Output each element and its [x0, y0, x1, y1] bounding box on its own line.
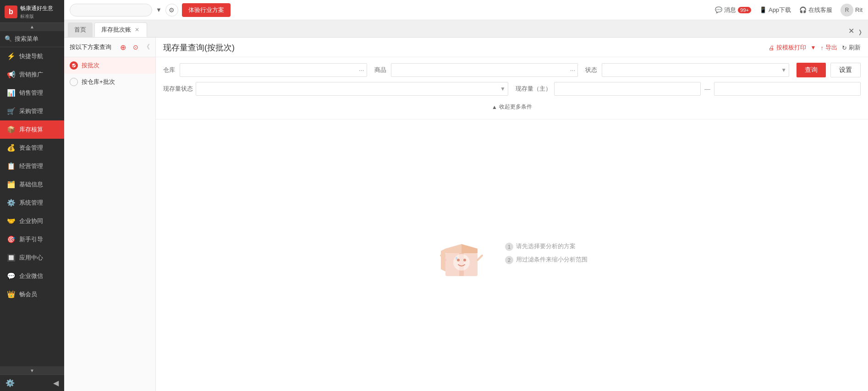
sidebar-item-appstore[interactable]: 🔲 应用中心 [0, 249, 64, 267]
manage-scheme-btn[interactable]: ⊙ [131, 42, 141, 52]
warehouse-dots[interactable]: ··· [359, 66, 364, 74]
refresh-icon: ↻ [842, 44, 847, 51]
page-title-bar: 现存量查询(按批次) 🖨 按模板打印 ▼ ↑ 导出 ↻ 刷新 [156, 38, 868, 57]
print-dropdown-btn[interactable]: ▼ [811, 44, 816, 51]
sidebar-item-inventory[interactable]: 📦 库存核算 [0, 120, 64, 139]
sidebar-item-system[interactable]: ⚙️ 系统管理 [0, 194, 64, 212]
scheme-item-by-warehouse-batch[interactable]: 按仓库+批次 [64, 74, 155, 90]
sidebar-item-wechat[interactable]: 💬 企业微信 [0, 267, 64, 285]
print-label: 按模板打印 [776, 43, 806, 52]
scheme-dot-active [70, 61, 78, 70]
refresh-label: 刷新 [849, 43, 861, 52]
add-scheme-btn[interactable]: ⊕ [118, 42, 128, 52]
filter-settings-btn[interactable]: 设置 [830, 63, 861, 77]
stock-qty-min[interactable] [554, 82, 701, 96]
sidebar-item-label: 应用中心 [19, 254, 43, 262]
logo-char: b [9, 8, 13, 16]
message-badge: 99+ [738, 7, 751, 13]
sidebar-scroll-up[interactable]: ▲ [0, 23, 64, 31]
tab-inventory-batch-close[interactable]: ✕ [134, 26, 140, 33]
svg-marker-2 [445, 244, 461, 253]
sidebar-item-label: 畅会员 [19, 290, 37, 299]
scheme-item-by-batch[interactable]: 按批次 [64, 57, 155, 74]
tip-num-1: 1 [505, 243, 513, 251]
sidebar-item-newuser[interactable]: 🎯 新手引导 [0, 230, 64, 249]
tabs-more-btn[interactable]: ❭ [856, 27, 864, 37]
svg-line-11 [478, 255, 482, 260]
sidebar-item-label: 基础信息 [19, 180, 43, 189]
tab-home[interactable]: 首页 [68, 22, 93, 37]
product-dots[interactable]: ··· [570, 66, 576, 74]
sidebar-item-label: 资金管理 [19, 144, 43, 152]
sidebar-search[interactable]: 🔍 搜索菜单 [0, 31, 64, 47]
stock-qty-max[interactable] [714, 82, 861, 96]
left-panel-header: 按以下方案查询 ⊕ ⊙ 《 [64, 38, 155, 57]
sidebar-item-label: 销售管理 [19, 89, 43, 97]
user-profile[interactable]: R Rit [841, 4, 863, 16]
stock-status-select-wrap: ▼ [196, 82, 508, 96]
svg-point-9 [456, 257, 457, 260]
purchase-icon: 🛒 [6, 107, 16, 116]
warehouse-input[interactable] [180, 63, 367, 77]
sidebar-footer: ⚙️ ◀ [0, 375, 64, 391]
status-select-wrap: 正常 禁用 ▼ [602, 63, 789, 77]
export-label: 导出 [825, 43, 837, 52]
refresh-btn[interactable]: ↻ 刷新 [842, 43, 861, 52]
sidebar-item-label: 营销推广 [19, 71, 43, 79]
sidebar-item-operations[interactable]: 📋 经营管理 [0, 157, 64, 175]
sidebar-item-purchase[interactable]: 🛒 采购管理 [0, 102, 64, 120]
sidebar-scroll-down[interactable]: ▼ [0, 366, 64, 375]
sidebar-item-shortcut[interactable]: ⚡ 快捷导航 [0, 47, 64, 65]
app-download-label: App下载 [769, 6, 791, 14]
sidebar-item-label: 系统管理 [19, 199, 43, 207]
message-action[interactable]: 💬 消息 99+ [715, 6, 751, 14]
query-btn[interactable]: 查询 [797, 63, 826, 77]
page-title: 现存量查询(按批次) [163, 42, 235, 53]
app-download-action[interactable]: 📱 App下载 [759, 6, 791, 14]
footer-settings-icon[interactable]: ⚙️ [5, 379, 15, 387]
sidebar-item-label: 经营管理 [19, 162, 43, 170]
sidebar-item-basic[interactable]: 🗂️ 基础信息 [0, 175, 64, 194]
collapse-left-panel-btn[interactable]: 《 [143, 42, 150, 52]
collapse-more-btn[interactable]: ▲ 收起更多条件 [163, 100, 861, 114]
print-btn[interactable]: 🖨 按模板打印 [769, 43, 806, 52]
print-icon: 🖨 [769, 44, 775, 51]
filter-row-1: 仓库 ··· 商品 ··· 状态 [163, 63, 861, 77]
sidebar-header: b 畅康通好生意 标准版 [0, 0, 64, 23]
status-select[interactable]: 正常 禁用 [602, 63, 789, 77]
sidebar-nav: ⚡ 快捷导航 📢 营销推广 📊 销售管理 🛒 采购管理 📦 库存核算 💰 资金管… [0, 47, 64, 366]
stock-status-select[interactable] [196, 82, 508, 96]
sidebar-item-sales[interactable]: 📊 销售管理 [0, 84, 64, 102]
wechat-icon: 💬 [6, 272, 16, 281]
tab-inventory-batch[interactable]: 库存批次账 ✕ [94, 22, 147, 37]
title-actions: 🖨 按模板打印 ▼ ↑ 导出 ↻ 刷新 [769, 43, 861, 52]
header-dropdown-btn[interactable]: ▼ [156, 6, 162, 13]
sidebar-item-finance[interactable]: 💰 资金管理 [0, 139, 64, 157]
footer-collapse-icon[interactable]: ◀ [53, 379, 59, 387]
stock-status-label: 现存量状态 [163, 85, 193, 93]
scheme-label-by-batch: 按批次 [82, 61, 99, 70]
close-panel-btn[interactable]: ✕ [846, 25, 856, 37]
online-service-action[interactable]: 🎧 在线客服 [799, 6, 832, 14]
inventory-icon: 📦 [6, 125, 16, 134]
sidebar-item-marketing[interactable]: 📢 营销推广 [0, 65, 64, 84]
operations-icon: 📋 [6, 162, 16, 171]
status-label: 状态 [585, 66, 599, 74]
experience-btn[interactable]: 体验行业方案 [182, 3, 231, 17]
header-settings-btn[interactable]: ⚙ [165, 4, 178, 16]
tip-text-1: 请先选择要分析的方案 [516, 242, 576, 250]
warehouse-label: 仓库 [163, 66, 177, 74]
product-input[interactable] [391, 63, 578, 77]
sidebar-item-enterprise[interactable]: 🤝 企业协同 [0, 212, 64, 230]
sidebar-search-label: 搜索菜单 [15, 35, 38, 43]
export-icon: ↑ [821, 44, 824, 51]
header-search-input[interactable] [70, 4, 152, 16]
appstore-icon: 🔲 [6, 253, 16, 262]
sidebar-item-member[interactable]: 👑 畅会员 [0, 285, 64, 304]
enterprise-icon: 🤝 [6, 217, 16, 226]
message-icon: 💬 [715, 6, 722, 13]
stock-qty-range: — [554, 82, 861, 96]
left-panel-actions: ⊕ ⊙ 《 [118, 42, 150, 52]
export-btn[interactable]: ↑ 导出 [821, 43, 838, 52]
stock-qty-dash: — [704, 86, 710, 92]
